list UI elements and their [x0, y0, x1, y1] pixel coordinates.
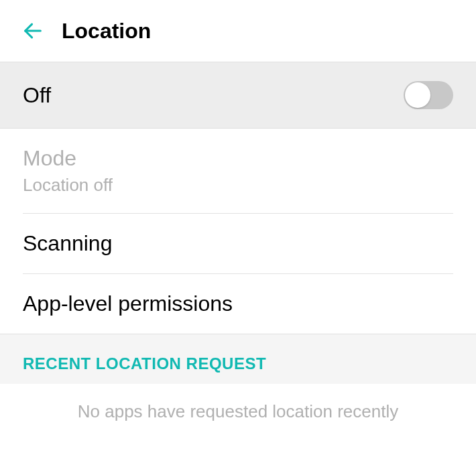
scanning-title: Scanning — [23, 231, 453, 256]
location-toggle-switch[interactable] — [404, 81, 453, 109]
mode-item[interactable]: Mode Location off — [0, 129, 476, 213]
toggle-label: Off — [23, 83, 51, 108]
scanning-item[interactable]: Scanning — [0, 214, 476, 273]
location-toggle-row[interactable]: Off — [0, 62, 476, 129]
permissions-title: App-level permissions — [23, 291, 453, 316]
back-arrow-icon[interactable] — [20, 18, 46, 44]
mode-title: Mode — [23, 146, 453, 171]
recent-section-header: RECENT LOCATION REQUEST — [23, 354, 453, 373]
page-title: Location — [62, 19, 151, 44]
recent-empty-message: No apps have requested location recently — [0, 384, 476, 440]
app-header: Location — [0, 0, 476, 62]
settings-list: Mode Location off Scanning App-level per… — [0, 129, 476, 334]
recent-section-header-area: RECENT LOCATION REQUEST — [0, 334, 476, 384]
mode-subtitle: Location off — [23, 175, 453, 196]
app-permissions-item[interactable]: App-level permissions — [0, 274, 476, 334]
